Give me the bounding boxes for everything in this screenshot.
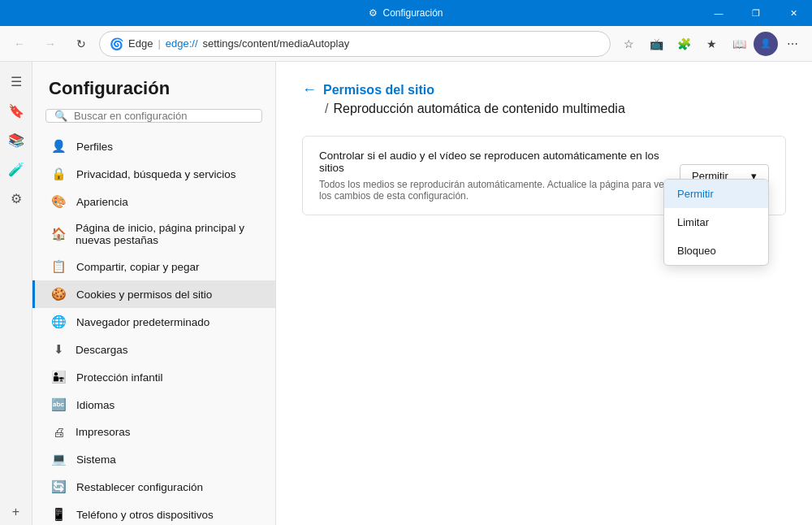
sidebar-item-restablecer[interactable]: 🔄 Restablecer configuración bbox=[32, 473, 275, 501]
sidebar-item-apariencia[interactable]: 🎨 Apariencia bbox=[32, 188, 275, 215]
settings-card-label: Controlar si el audio y el vídeo se repr… bbox=[319, 150, 680, 174]
sidebar-item-compartir[interactable]: 📋 Compartir, copiar y pegar bbox=[32, 253, 275, 280]
close-button[interactable]: ✕ bbox=[775, 0, 812, 26]
sidebar-item-telefono[interactable]: 📱 Teléfono y otros dispositivos bbox=[32, 501, 275, 525]
refresh-button[interactable]: ↻ bbox=[68, 31, 94, 57]
settings-icon: ⚙ bbox=[369, 7, 378, 19]
titlebar: ⚙ Configuración — ❐ ✕ bbox=[0, 0, 812, 26]
extensions-icon[interactable]: 🧩 bbox=[671, 31, 697, 57]
sidebar-item-label: Navegador predeterminado bbox=[76, 316, 209, 328]
sidebar-item-label: Apariencia bbox=[76, 196, 128, 208]
favorites-icon[interactable]: ☆ bbox=[615, 31, 641, 57]
sidebar-item-label: Perfiles bbox=[76, 141, 113, 153]
search-icon: 🔍 bbox=[54, 110, 67, 122]
settings-card-desc: Todos los medios se reproducirán automát… bbox=[319, 179, 680, 202]
forward-button[interactable]: → bbox=[37, 31, 63, 57]
search-input[interactable] bbox=[74, 110, 253, 122]
search-box[interactable]: 🔍 bbox=[45, 109, 262, 123]
proteccion-icon: 👨‍👧 bbox=[51, 370, 67, 384]
impresoras-icon: 🖨 bbox=[51, 425, 66, 439]
read-aloud-icon[interactable]: 📺 bbox=[643, 31, 669, 57]
sidebar-item-perfiles[interactable]: 👤 Perfiles bbox=[32, 132, 275, 160]
address-bar[interactable]: 🌀 Edge | edge:// settings/content/mediaA… bbox=[99, 31, 611, 57]
navegador-icon: 🌐 bbox=[51, 315, 67, 329]
breadcrumb-back-button[interactable]: ← bbox=[302, 81, 317, 98]
dropdown-item-permitir[interactable]: Permitir bbox=[664, 180, 768, 208]
sidebar-item-label: Protección infantil bbox=[76, 371, 163, 384]
sidebar-item-label: Restablecer configuración bbox=[76, 481, 203, 493]
cookies-icon: 🍪 bbox=[51, 287, 67, 302]
restablecer-icon: 🔄 bbox=[51, 479, 67, 494]
apariencia-icon: 🎨 bbox=[51, 194, 67, 209]
edge-label: Edge bbox=[128, 37, 153, 50]
sidebar-item-cookies[interactable]: 🍪 Cookies y permisos del sitio bbox=[32, 280, 275, 308]
sidebar-item-proteccion[interactable]: 👨‍👧 Protección infantil bbox=[32, 363, 275, 391]
address-path: settings/content/mediaAutoplay bbox=[203, 37, 350, 50]
dropdown-menu: Permitir Limitar Bloqueo bbox=[663, 179, 769, 266]
address-scheme: edge:// bbox=[166, 37, 198, 50]
sidebar-item-label: Privacidad, búsqueda y servicios bbox=[76, 168, 236, 180]
immersive-reader-icon[interactable]: 📖 bbox=[726, 31, 752, 57]
sidebar-item-navegador[interactable]: 🌐 Navegador predeterminado bbox=[32, 308, 275, 336]
collections-icon[interactable]: ★ bbox=[698, 31, 724, 57]
sidebar: Configuración 🔍 👤 Perfiles 🔒 Privacidad,… bbox=[32, 62, 276, 525]
telefono-icon: 📱 bbox=[51, 507, 67, 522]
dropdown-item-bloqueo[interactable]: Bloqueo bbox=[664, 236, 768, 265]
breadcrumb-link[interactable]: Permisos del sitio bbox=[323, 83, 434, 98]
inicio-icon: 🏠 bbox=[51, 227, 66, 241]
sidebar-item-label: Cookies y permisos del sitio bbox=[76, 289, 212, 301]
privacidad-icon: 🔒 bbox=[51, 167, 67, 181]
sidebar-item-sistema[interactable]: 💻 Sistema bbox=[32, 445, 275, 473]
sidebar-item-label: Impresoras bbox=[76, 426, 131, 438]
sidebar-item-label: Idiomas bbox=[76, 399, 114, 411]
titlebar-controls: — ❐ ✕ bbox=[700, 0, 812, 26]
titlebar-title: ⚙ Configuración bbox=[369, 7, 443, 19]
sidebar-item-label: Descargas bbox=[76, 344, 128, 356]
page-title: Reproducción automática de contenido mul… bbox=[333, 102, 624, 116]
icon-strip: ☰ 🔖 📚 🧪 ⚙ + bbox=[0, 62, 32, 525]
strip-settings-icon[interactable]: ⚙ bbox=[3, 185, 29, 211]
sidebar-item-label: Sistema bbox=[76, 453, 116, 466]
edge-logo: 🌀 bbox=[110, 37, 123, 50]
content-area: ← Permisos del sitio / Reproducción auto… bbox=[276, 62, 812, 525]
more-options-button[interactable]: ⋯ bbox=[780, 31, 806, 57]
perfiles-icon: 👤 bbox=[51, 139, 67, 154]
compartir-icon: 📋 bbox=[51, 259, 67, 274]
maximize-button[interactable]: ❐ bbox=[737, 0, 775, 26]
sidebar-item-label: Teléfono y otros dispositivos bbox=[76, 509, 214, 521]
sidebar-item-label: Página de inicio, página principal y nue… bbox=[76, 222, 259, 246]
breadcrumb-separator: / bbox=[325, 102, 328, 116]
sidebar-item-inicio[interactable]: 🏠 Página de inicio, página principal y n… bbox=[32, 215, 275, 253]
navbar: ← → ↻ 🌀 Edge | edge:// settings/content/… bbox=[0, 26, 812, 62]
settings-card: Controlar si el audio y el vídeo se repr… bbox=[302, 136, 786, 215]
sidebar-item-privacidad[interactable]: 🔒 Privacidad, búsqueda y servicios bbox=[32, 160, 275, 188]
strip-tabs-icon[interactable]: ☰ bbox=[3, 68, 29, 94]
minimize-button[interactable]: — bbox=[700, 0, 737, 26]
sistema-icon: 💻 bbox=[51, 452, 67, 466]
sidebar-title: Configuración bbox=[32, 62, 275, 109]
sidebar-item-label: Compartir, copiar y pegar bbox=[76, 261, 200, 273]
breadcrumb: ← Permisos del sitio bbox=[302, 81, 786, 98]
sidebar-item-descargas[interactable]: ⬇ Descargas bbox=[32, 336, 275, 363]
profile-avatar[interactable]: 👤 bbox=[754, 32, 778, 56]
strip-add-icon[interactable]: + bbox=[3, 499, 29, 525]
strip-collections-icon[interactable]: 📚 bbox=[3, 127, 29, 153]
descargas-icon: ⬇ bbox=[51, 342, 66, 357]
sidebar-item-impresoras[interactable]: 🖨 Impresoras bbox=[32, 419, 275, 445]
strip-labs-icon[interactable]: 🧪 bbox=[3, 156, 29, 182]
nav-icons-right: ☆ 📺 🧩 ★ 📖 👤 ⋯ bbox=[615, 31, 806, 57]
idiomas-icon: 🔤 bbox=[51, 397, 67, 412]
main-area: ☰ 🔖 📚 🧪 ⚙ + Configuración 🔍 👤 Perfiles 🔒… bbox=[0, 62, 812, 525]
dropdown-item-limitar[interactable]: Limitar bbox=[664, 208, 768, 236]
back-button[interactable]: ← bbox=[6, 31, 32, 57]
sidebar-item-idiomas[interactable]: 🔤 Idiomas bbox=[32, 391, 275, 419]
strip-bookmarks-icon[interactable]: 🔖 bbox=[3, 98, 29, 124]
